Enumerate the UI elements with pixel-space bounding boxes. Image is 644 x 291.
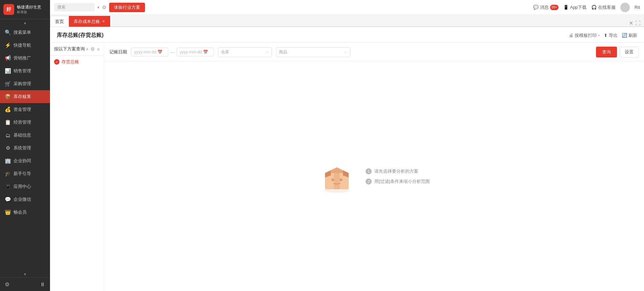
- scheme-collapse-icon[interactable]: «: [97, 46, 100, 52]
- topbar-gear-icon[interactable]: ⚙: [102, 4, 106, 10]
- topbar: 搜索 ▾ ⚙ 体验行业方案 💬 消息 99+ 📱 App下载 🎧 在线客服 Ri…: [50, 0, 644, 15]
- sidebar-icon-newbie: 🎓: [5, 171, 11, 177]
- sidebar-item-search[interactable]: 🔍 搜索菜单: [0, 26, 50, 39]
- tab-inventory-label: 库存成本总账: [74, 19, 100, 25]
- main-right: 记账日期 yyyy-mm-dd 📅 — yyyy-mm-dd 📅 仓库 ···: [104, 43, 644, 291]
- empty-tip-1: 1 请先选择要分析的方案: [366, 168, 429, 174]
- sidebar-label-search: 搜索菜单: [14, 29, 31, 35]
- user-avatar[interactable]: [620, 3, 630, 12]
- scheme-add-icon[interactable]: +: [86, 46, 89, 52]
- sidebar-item-wechat[interactable]: 💬 企业微信: [0, 193, 50, 206]
- settings-icon[interactable]: ⚙: [5, 281, 9, 288]
- filter-actions: 查询 设置: [596, 47, 639, 57]
- logo-icon: 好: [3, 4, 14, 15]
- sidebar-icon-sales: 📊: [5, 68, 11, 74]
- sidebar-item-marketing[interactable]: 📢 营销推广: [0, 52, 50, 65]
- product-more-icon[interactable]: ···: [344, 50, 347, 54]
- sidebar-label-basic: 基础信息: [14, 132, 31, 138]
- scheme-panel-header: 按以下方案查询 + ⚙ «: [50, 43, 104, 56]
- sidebar-item-management[interactable]: 📋 经营管理: [0, 116, 50, 129]
- date-end-input[interactable]: yyyy-mm-dd 📅: [177, 48, 214, 56]
- sidebar-icon-purchase: 🛒: [5, 81, 11, 87]
- industry-btn[interactable]: 体验行业方案: [109, 3, 145, 12]
- product-select[interactable]: 商品 ···: [276, 47, 350, 57]
- scheme-manage-icon[interactable]: ⚙: [91, 46, 95, 52]
- svg-point-6: [331, 178, 334, 181]
- message-icon: 💬: [533, 5, 539, 10]
- sidebar-item-apps[interactable]: 📱 应用中心: [0, 180, 50, 193]
- scheme-item-inventory[interactable]: ✓ 存货总账: [50, 56, 104, 68]
- message-badge: 99+: [550, 5, 559, 10]
- panel-expand-icon[interactable]: ⛶: [635, 20, 641, 26]
- date-start-placeholder: yyyy-mm-dd: [134, 50, 156, 54]
- sidebar-item-vip[interactable]: 👑 畅会员: [0, 206, 50, 219]
- settings-button[interactable]: 设置: [620, 47, 639, 57]
- warehouse-label: 仓库: [221, 49, 229, 55]
- sidebar-item-inventory[interactable]: 📦 库存核算: [0, 90, 50, 103]
- date-start-input[interactable]: yyyy-mm-dd 📅: [131, 48, 168, 56]
- sidebar-label-finance: 资金管理: [14, 106, 31, 113]
- print-dropdown-icon[interactable]: ▾: [598, 33, 600, 37]
- print-label: 按模板打印: [575, 32, 597, 39]
- message-item[interactable]: 💬 消息 99+: [533, 4, 559, 10]
- sidebar-logo: 好 畅捷通好生意 标准版: [0, 0, 50, 19]
- print-icon: 🖨: [569, 33, 573, 38]
- topbar-left: 搜索 ▾ ⚙ 体验行业方案: [54, 3, 145, 12]
- app-download-item[interactable]: 📱 App下载: [563, 4, 587, 10]
- tab-close-icon[interactable]: ✕: [102, 19, 105, 24]
- export-label: 导出: [609, 32, 618, 39]
- app-download-label: App下载: [570, 4, 587, 10]
- sidebar-item-sales[interactable]: 📊 销售管理: [0, 65, 50, 77]
- sidebar-item-finance[interactable]: 💰 资金管理: [0, 103, 50, 116]
- sidebar-scroll-up[interactable]: ▲: [0, 19, 50, 26]
- refresh-btn[interactable]: 🔄 刷新: [622, 32, 637, 39]
- tab-inventory-ledger[interactable]: 库存成本总账 ✕: [69, 16, 110, 27]
- calendar-end-icon[interactable]: 📅: [203, 50, 208, 54]
- refresh-label: 刷新: [628, 32, 637, 39]
- sidebar-item-newbie[interactable]: 🎓 新手引导: [0, 167, 50, 180]
- logo-text: 畅捷通好生意 标准版: [17, 5, 41, 15]
- panel-close-x-btn[interactable]: ✕: [629, 20, 633, 26]
- content-area: 按以下方案查询 + ⚙ « ✓ 存货总账 记账日期 yyyy-mm-dd: [50, 43, 644, 291]
- online-service-item[interactable]: 🎧 在线客服: [591, 4, 616, 10]
- refresh-icon: 🔄: [622, 33, 627, 38]
- empty-illustration: [318, 158, 355, 195]
- scheme-item-icon: ✓: [54, 59, 59, 65]
- sidebar-label-management: 经营管理: [14, 119, 31, 125]
- filter-dash: —: [170, 50, 175, 55]
- tip-text-2: 用[过滤]条件来缩小分析范围: [374, 178, 429, 185]
- search-text: 搜索: [57, 5, 66, 9]
- warehouse-more-icon[interactable]: ···: [266, 50, 269, 54]
- sidebar-item-enterprise[interactable]: 🏢 企业协同: [0, 154, 50, 167]
- sidebar-item-purchase[interactable]: 🛒 采购管理: [0, 77, 50, 90]
- sidebar-label-shortcut: 快捷导航: [14, 42, 31, 48]
- app-version: 标准版: [17, 10, 41, 14]
- sidebar-item-system[interactable]: ⚙ 系统管理: [0, 142, 50, 154]
- sidebar-icon-system: ⚙: [5, 145, 11, 151]
- topbar-right: 💬 消息 99+ 📱 App下载 🎧 在线客服 Rit: [533, 3, 640, 12]
- sidebar-icon-marketing: 📢: [5, 55, 11, 61]
- print-btn[interactable]: 🖨 按模板打印 ▾: [569, 32, 600, 39]
- sidebar-label-purchase: 采购管理: [14, 81, 31, 87]
- tab-home-label: 首页: [55, 19, 64, 25]
- sidebar-label-apps: 应用中心: [14, 184, 31, 190]
- query-button[interactable]: 查询: [596, 47, 617, 57]
- warehouse-select[interactable]: 仓库 ···: [218, 47, 272, 57]
- online-service-label: 在线客服: [598, 4, 616, 10]
- dropdown-icon[interactable]: ▾: [97, 5, 99, 10]
- empty-tips: 1 请先选择要分析的方案 2 用[过滤]条件来缩小分析范围: [366, 168, 429, 185]
- tab-home[interactable]: 首页: [50, 16, 69, 27]
- collapse-icon[interactable]: ⏸: [40, 282, 45, 288]
- sidebar-icon-apps: 📱: [5, 184, 11, 190]
- sidebar-item-basic[interactable]: 🗂 基础信息: [0, 129, 50, 142]
- sidebar-item-shortcut[interactable]: ⚡ 快捷导航: [0, 39, 50, 52]
- sidebar-nav: 🔍 搜索菜单 ⚡ 快捷导航 📢 营销推广 📊 销售管理 🛒 采购管理 📦 库存核…: [0, 26, 50, 271]
- svg-rect-5: [334, 173, 340, 189]
- sidebar-icon-vip: 👑: [5, 209, 11, 215]
- message-label: 消息: [540, 4, 549, 10]
- sidebar-scroll-down[interactable]: ▼: [0, 271, 50, 277]
- sidebar-icon-wechat: 💬: [5, 196, 11, 202]
- calendar-start-icon[interactable]: 📅: [157, 50, 163, 54]
- export-btn[interactable]: ⬆ 导出: [604, 32, 618, 39]
- scheme-panel-icons: + ⚙ «: [86, 46, 100, 52]
